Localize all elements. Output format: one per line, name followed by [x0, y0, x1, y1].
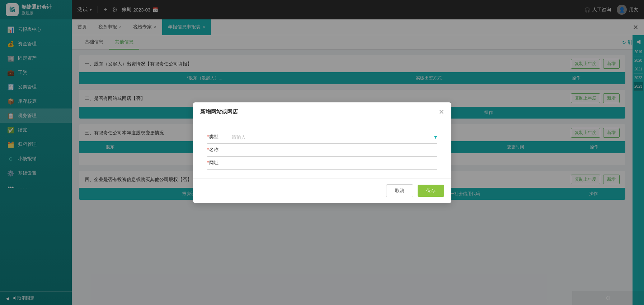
dialog-footer: 取消 保存 — [193, 178, 451, 203]
dialog-overlay: 新增网站或网店 ✕ *类型 ▾ *名称 *网址 — [0, 0, 644, 305]
name-field-label: *名称 — [207, 147, 229, 153]
save-button[interactable]: 保存 — [418, 185, 444, 197]
bottom-hint: Ci — [572, 291, 644, 305]
dialog-header: 新增网站或网店 ✕ — [193, 102, 451, 122]
type-field-row: *类型 ▾ — [207, 131, 437, 144]
bottom-hint-text: Ci — [606, 296, 610, 301]
type-field-label: *类型 — [207, 134, 229, 140]
dialog-close-button[interactable]: ✕ — [439, 108, 444, 116]
name-input[interactable] — [229, 147, 437, 153]
add-website-dialog: 新增网站或网店 ✕ *类型 ▾ *名称 *网址 — [193, 102, 451, 203]
url-field-label: *网址 — [207, 160, 229, 166]
url-input[interactable] — [229, 160, 437, 166]
name-field-row: *名称 — [207, 144, 437, 157]
url-field-row: *网址 — [207, 157, 437, 170]
dialog-body: *类型 ▾ *名称 *网址 — [193, 122, 451, 178]
cancel-button[interactable]: 取消 — [386, 184, 413, 197]
dialog-title: 新增网站或网店 — [200, 108, 238, 115]
type-dropdown-icon[interactable]: ▾ — [434, 134, 437, 140]
type-input[interactable] — [229, 134, 434, 140]
